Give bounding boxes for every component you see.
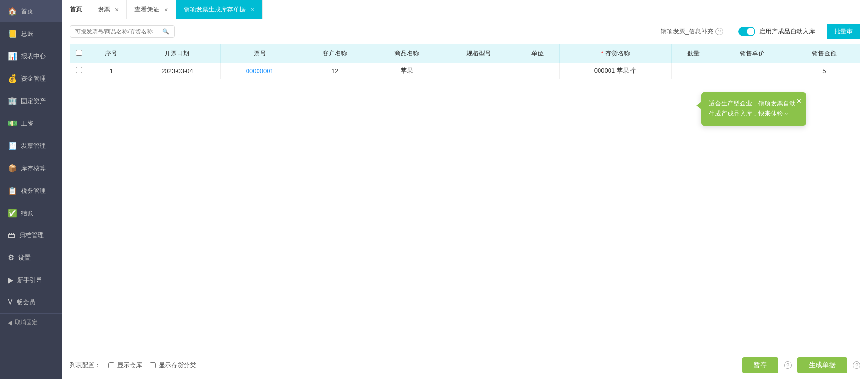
search-icon: 🔍 <box>162 28 169 35</box>
sidebar-item-payroll[interactable]: 💵 工资 <box>0 112 62 135</box>
col-amount: 销售金额 <box>788 44 860 63</box>
sidebar-item-tax[interactable]: 📋 税务管理 <box>0 179 62 202</box>
sidebar-item-invoice-mgmt[interactable]: 🧾 发票管理 <box>0 135 62 157</box>
row-customer: 12 <box>299 63 371 79</box>
show-category-checkbox[interactable] <box>150 362 156 368</box>
sidebar-item-archive[interactable]: 🗃 归档管理 <box>0 224 62 246</box>
sidebar-item-home[interactable]: 🏠 首页 <box>0 0 62 22</box>
col-date: 开票日期 <box>134 44 221 63</box>
payroll-icon: 💵 <box>8 119 17 128</box>
tab-voucher[interactable]: 查看凭证 × <box>127 0 176 19</box>
sidebar-item-settle[interactable]: ✅ 结账 <box>0 202 62 224</box>
sidebar-item-label: 税务管理 <box>21 187 46 195</box>
show-warehouse-checkbox[interactable] <box>108 362 114 368</box>
row-date: 2023-03-04 <box>134 63 221 79</box>
table-row: 1 2023-03-04 00000001 12 苹果 000001 苹果 个 … <box>70 63 860 79</box>
row-check <box>70 63 89 79</box>
sidebar-item-guide[interactable]: ▶ 新手引导 <box>0 269 62 291</box>
toolbar: 🔍 销项发票_信息补充 ? 启用产成品自动入库 批量审 <box>62 19 868 44</box>
tax-icon: 📋 <box>8 186 17 195</box>
show-category-label[interactable]: 显示存货分类 <box>150 361 196 369</box>
tooltip-arrow <box>696 102 701 109</box>
sidebar-item-assets[interactable]: 🏢 固定资产 <box>0 90 62 112</box>
footer-actions: 暂存 ? 生成单据 ? <box>742 357 860 373</box>
tab-home[interactable]: 首页 <box>62 0 90 19</box>
tooltip-container: × 适合生产型企业，销项发票自动生成产成品入库，快来体验～ <box>701 92 806 126</box>
sidebar-item-label: 新手引导 <box>17 276 42 284</box>
col-spec: 规格型号 <box>443 44 515 63</box>
sidebar-item-funds[interactable]: 💰 资金管理 <box>0 67 62 90</box>
toggle-area: 启用产成品自动入库 <box>738 27 815 36</box>
row-checkbox[interactable] <box>76 67 82 73</box>
tab-return-close[interactable]: × <box>250 6 254 13</box>
generate-button[interactable]: 生成单据 <box>797 357 847 373</box>
sidebar-item-label: 工资 <box>21 119 33 128</box>
sidebar-item-vip[interactable]: V 畅会员 <box>0 291 62 313</box>
row-inventory: 000001 苹果 个 <box>560 63 671 79</box>
show-warehouse-label[interactable]: 显示仓库 <box>108 361 142 369</box>
search-field[interactable] <box>75 28 159 35</box>
pin-icon: ◀ <box>8 319 12 326</box>
col-inventory: * 存货名称 <box>560 44 671 63</box>
tab-return[interactable]: 销项发票生成库存单据 × <box>176 0 262 19</box>
page-content: 🔍 销项发票_信息补充 ? 启用产成品自动入库 批量审 <box>62 19 868 379</box>
funds-icon: 💰 <box>8 74 17 83</box>
main-area: 首页 发票 × 查看凭证 × 销项发票生成库存单据 × 🔍 销项发票_信息补充 … <box>62 0 868 379</box>
col-inventory-label: 存货名称 <box>605 50 630 57</box>
save-help-icon[interactable]: ? <box>784 361 792 369</box>
toggle-label: 启用产成品自动入库 <box>759 27 815 36</box>
search-input-wrapper[interactable]: 🔍 <box>70 25 175 38</box>
col-check <box>70 44 89 63</box>
show-warehouse-text: 显示仓库 <box>117 361 142 369</box>
info-text: 销项发票_信息补充 <box>661 27 713 36</box>
sidebar-item-label: 结账 <box>21 209 33 218</box>
row-spec <box>443 63 515 79</box>
save-button[interactable]: 暂存 <box>742 357 778 373</box>
select-all-checkbox[interactable] <box>76 50 82 56</box>
batch-button[interactable]: 批量审 <box>827 24 860 39</box>
sidebar-item-reports[interactable]: 📊 报表中心 <box>0 45 62 67</box>
row-ticket-no[interactable]: 00000001 <box>221 63 299 79</box>
row-seq: 1 <box>89 63 134 79</box>
generate-help-icon[interactable]: ? <box>853 361 860 369</box>
sidebar-item-settings[interactable]: ⚙ 设置 <box>0 246 62 269</box>
tab-return-label: 销项发票生成库存单据 <box>184 5 246 14</box>
col-unit: 单位 <box>515 44 560 63</box>
ledger-icon: 📒 <box>8 29 17 38</box>
col-ticket-no: 票号 <box>221 44 299 63</box>
col-goods: 商品名称 <box>371 44 443 63</box>
inventory-icon: 📦 <box>8 164 17 173</box>
sidebar-item-inventory[interactable]: 📦 库存核算 <box>0 157 62 179</box>
config-label: 列表配置： <box>70 361 101 369</box>
tooltip-close[interactable]: × <box>797 95 801 107</box>
sidebar-item-ledger[interactable]: 📒 总账 <box>0 22 62 45</box>
reports-icon: 📊 <box>8 52 17 61</box>
table-outer: 序号 开票日期 票号 客户名称 商品名称 规格型号 单位 * 存货名称 数量 <box>62 44 868 351</box>
sidebar-item-label: 归档管理 <box>19 231 44 240</box>
tab-invoice-label: 发票 <box>98 5 110 14</box>
row-goods: 苹果 <box>371 63 443 79</box>
row-unit <box>515 63 560 79</box>
home-icon: 🏠 <box>8 7 17 16</box>
guide-icon: ▶ <box>8 275 13 284</box>
row-amount: 5 <box>788 63 860 79</box>
tab-home-label: 首页 <box>70 5 82 14</box>
settle-icon: ✅ <box>8 209 17 218</box>
pin-button[interactable]: ◀ 取消固定 <box>0 313 62 331</box>
sidebar-item-label: 发票管理 <box>21 142 46 150</box>
col-customer: 客户名称 <box>299 44 371 63</box>
assets-icon: 🏢 <box>8 96 17 105</box>
sidebar-item-label: 设置 <box>18 253 31 262</box>
tab-invoice-close[interactable]: × <box>115 6 119 13</box>
tooltip-text: 适合生产型企业，销项发票自动生成产成品入库，快来体验～ <box>709 100 796 117</box>
footer: 列表配置： 显示仓库 显示存货分类 暂存 ? 生成单据 ? <box>62 351 868 379</box>
row-qty <box>671 63 716 79</box>
invoice-icon: 🧾 <box>8 141 17 150</box>
tab-voucher-close[interactable]: × <box>164 6 168 13</box>
col-qty: 数量 <box>671 44 716 63</box>
info-icon[interactable]: ? <box>715 28 723 35</box>
auto-warehouse-toggle[interactable] <box>738 27 755 36</box>
sidebar-item-label: 资金管理 <box>21 74 46 83</box>
show-category-text: 显示存货分类 <box>159 361 196 369</box>
tab-invoice[interactable]: 发票 × <box>90 0 127 19</box>
